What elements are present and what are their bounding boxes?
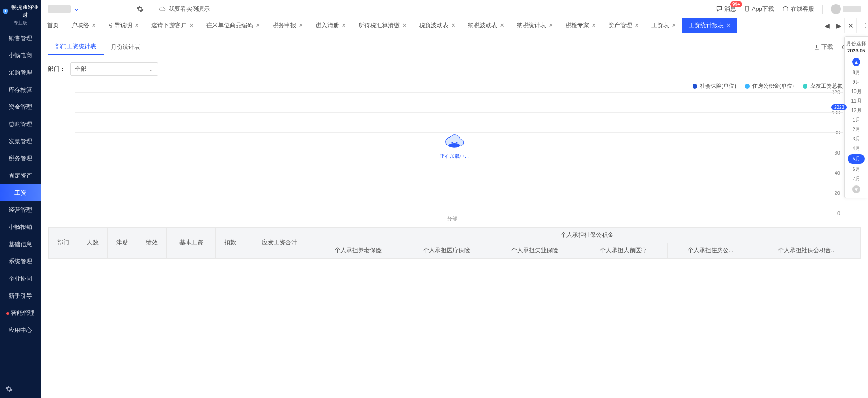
table-header: 扣款 [216,228,245,258]
tab-label: 所得税汇算清缴 [359,22,400,29]
tabs-close-all[interactable]: ✕ [844,18,856,33]
month-option[interactable]: 9月 [845,77,868,87]
tab-close[interactable]: ✕ [635,23,639,28]
table-header-group: 个人承担社保公积金 [314,228,860,243]
tab-close[interactable]: ✕ [726,23,731,28]
tab[interactable]: 纳税统计表✕ [510,18,559,33]
tab[interactable]: 引导说明✕ [102,18,145,33]
loading-text: 正在加载中... [440,152,469,159]
legend-item[interactable]: 住房公积金(单位) [745,82,794,90]
tab-close[interactable]: ✕ [189,23,193,28]
sidebar-item[interactable]: 发票管理 [0,133,41,150]
messages-button[interactable]: 消息 99+ [716,5,736,13]
tabs-scroll-right[interactable]: ▶ [833,18,844,33]
app-download-button[interactable]: App下载 [744,5,774,13]
legend-dot [693,84,697,89]
sidebar-item[interactable]: 库存核算 [0,81,41,98]
legend-item[interactable]: 社会保险(单位) [693,82,736,90]
sidebar-item[interactable]: 销售管理 [0,30,41,47]
legend-item[interactable]: 应发工资总额 [803,82,843,90]
tab-close[interactable]: ✕ [256,23,260,28]
month-option[interactable]: 5月 [848,154,865,164]
tab-close[interactable]: ✕ [451,23,455,28]
org-selector[interactable]: ⌄ [48,5,129,13]
month-option[interactable]: 11月 [845,96,868,106]
month-option[interactable]: 4月 [845,144,868,153]
tab-label: 往来单位商品编码 [206,22,253,29]
tab[interactable]: 进入清册✕ [309,18,352,33]
demo-link[interactable]: 我要看实例演示 [159,5,210,13]
sidebar-item[interactable]: 总账管理 [0,116,41,133]
sidebar-item[interactable]: 经营管理 [0,201,41,219]
sidebar-item[interactable]: 应用中心 [0,322,41,339]
sidebar-item[interactable]: 固定资产 [0,167,41,184]
tab-close[interactable]: ✕ [135,23,139,28]
month-panel-year-pill: 2023 [831,104,847,110]
tab[interactable]: 税务申报✕ [266,18,309,33]
tab-close[interactable]: ✕ [299,23,303,28]
tab-close[interactable]: ✕ [500,23,504,28]
subtab[interactable]: 部门工资统计表 [48,39,104,55]
month-option[interactable]: 10月 [845,87,868,96]
sidebar-item[interactable]: 采购管理 [0,64,41,81]
tab[interactable]: 纳税波动表✕ [462,18,510,33]
tabs-scroll-left[interactable]: ◀ [821,18,833,33]
sidebar-item[interactable]: 税务管理 [0,150,41,167]
sidebar: 畅捷通好业财 专业版 销售管理小畅电商采购管理库存核算资金管理总账管理发票管理税… [0,0,41,398]
table-header: 部门 [49,228,78,258]
sidebar-item[interactable]: 小畅报销 [0,219,41,236]
svg-point-2 [747,10,747,11]
tab-close[interactable]: ✕ [342,23,346,28]
month-option[interactable]: 2月 [845,125,868,134]
org-settings-button[interactable] [137,5,144,13]
tab-close[interactable]: ✕ [549,23,553,28]
month-option[interactable]: 3月 [845,134,868,144]
tab-close[interactable]: ✕ [92,23,96,28]
sidebar-item[interactable]: 工资 [0,184,41,201]
sidebar-item[interactable]: 资金管理 [0,98,41,116]
month-option[interactable]: 7月 [845,174,868,183]
dept-select[interactable]: 全部 ⌄ [70,62,158,76]
sidebar-item[interactable]: 企业协同 [0,270,41,287]
legend-dot [745,84,750,89]
tab[interactable]: 工资表✕ [645,18,682,33]
tab-label: 资产管理 [609,22,632,29]
divider [822,5,823,14]
month-option[interactable]: 1月 [845,115,868,125]
month-option[interactable]: 12月 [845,106,868,115]
tab[interactable]: 所得税汇算清缴✕ [352,18,413,33]
tab-close[interactable]: ✕ [402,23,406,28]
tab[interactable]: 首页 [41,18,65,33]
sidebar-item[interactable]: 系统管理 [0,253,41,270]
tab[interactable]: 工资统计报表✕ [682,18,737,33]
subtab[interactable]: 月份统计表 [104,39,147,55]
tab[interactable]: 税检专家✕ [559,18,602,33]
fullscreen-button[interactable]: ⛶ [856,18,868,33]
tab[interactable]: 户联络✕ [65,18,102,33]
sidebar-item[interactable]: 基础信息 [0,236,41,253]
grid-line [75,173,843,173]
gear-icon [5,385,13,393]
dept-filter-label: 部门： [48,65,66,73]
tab[interactable]: 往来单位商品编码✕ [200,18,266,33]
month-panel-up[interactable]: ▲ [852,58,860,66]
tab-close[interactable]: ✕ [592,23,596,28]
user-menu[interactable] [831,4,861,14]
month-option[interactable]: 8月 [845,68,868,77]
tab[interactable]: 邀请下游客户✕ [145,18,200,33]
sidebar-settings[interactable] [0,380,41,398]
month-option[interactable]: 6月 [845,164,868,174]
brand-edition: 专业版 [2,20,39,26]
tab-close[interactable]: ✕ [672,23,676,28]
sidebar-item[interactable]: 小畅电商 [0,47,41,64]
tab[interactable]: 资产管理✕ [602,18,645,33]
month-panel-down[interactable]: ▼ [852,185,860,193]
sidebar-item[interactable]: 新手引导 [0,287,41,304]
sidebar-item[interactable]: 智能管理 [0,304,41,322]
grid-line [75,112,843,113]
main: ⌄ 我要看实例演示 消息 99+ App下载 在线客服 [41,0,868,398]
table-header: 个人承担失业保险 [491,243,579,258]
tab[interactable]: 税负波动表✕ [413,18,462,33]
download-button[interactable]: 下载 [814,43,833,51]
customer-service-button[interactable]: 在线客服 [782,5,814,13]
